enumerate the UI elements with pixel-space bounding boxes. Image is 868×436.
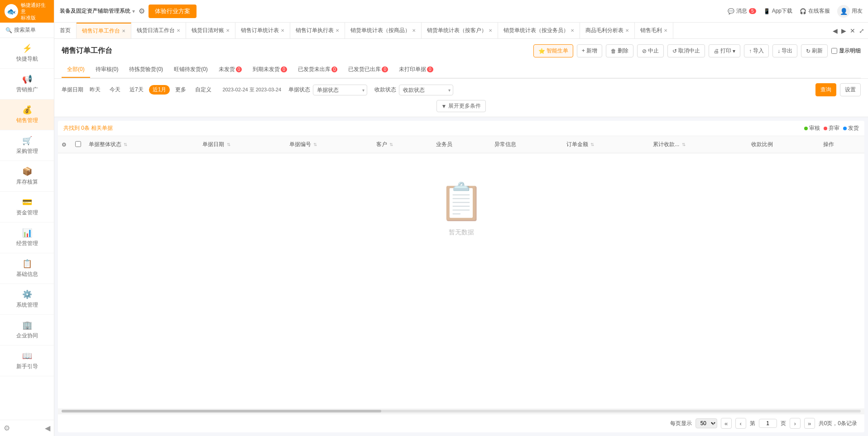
tab-close-goods-margin[interactable]: ✕ [625,28,629,33]
batch-audit-button[interactable]: 审核 [804,124,820,132]
tab-close-goods-stats-product[interactable]: ✕ [412,28,416,33]
tab-close-sales-workbench[interactable]: ✕ [122,28,125,33]
tab-sales-workbench[interactable]: 销售订单工作台 ✕ [77,23,131,39]
prev-page-button[interactable]: ‹ [735,418,746,429]
sort-customer-icon[interactable]: ⇅ [389,142,393,147]
tab-close-goods-stats-staff[interactable]: ✕ [571,28,574,33]
sub-tab-pending-inspect[interactable]: 待拣货验货(0) [124,62,168,78]
tab-close-sales-stats[interactable]: ✕ [281,28,284,33]
sidebar-item-system[interactable]: ⚙️ 系统管理 [0,284,54,315]
export-button[interactable]: ↓ 导出 [772,44,797,57]
sidebar-item-finance[interactable]: 💳 资金管理 [0,192,54,223]
tab-sales-exec[interactable]: 销售订单执行表 ✕ [290,23,345,39]
next-page-button[interactable]: › [790,418,801,429]
sidebar-item-operations[interactable]: 📊 经营管理 [0,223,54,253]
sidebar-item-marketing[interactable]: 📢 营销推广 [0,69,54,100]
first-page-button[interactable]: « [721,418,732,429]
tab-goods-stats-product[interactable]: 销货单统计表（按商品） ✕ [345,23,422,39]
sub-tab-expired-not-shipped[interactable]: 到期未发货0 [247,62,293,78]
tab-sales-more[interactable]: 销售毛利 ✕ [635,23,673,39]
sub-tab-pending-audit[interactable]: 待审核(0) [90,62,124,78]
sidebar-search[interactable]: 🔍 搜索菜单 [0,23,54,38]
sort-amount-icon[interactable]: ⇅ [590,142,594,147]
app-download-button[interactable]: 📱 App下载 [763,7,792,15]
tab-goods-stats-staff[interactable]: 销货单统计表（按业务员） ✕ [498,23,580,39]
sidebar-collapse-icon[interactable]: ◀ [45,424,50,432]
message-button[interactable]: 💬 消息 5 [728,7,756,15]
pagination-bar: 每页显示 50 « ‹ 第 页 › » 共0页，0条记录 [58,414,864,432]
sidebar-item-sales[interactable]: 💰 销售管理 [0,100,54,130]
topbar-settings-icon[interactable]: ⚙ [139,7,145,15]
page-number-input[interactable] [759,419,777,428]
industry-solution-button[interactable]: 体验行业方案 [149,5,197,18]
tab-close-all-button[interactable]: ✕ [850,27,855,34]
tab-cash-reconcile[interactable]: 钱货日清对账 ✕ [186,23,235,39]
sub-tab-all[interactable]: 全部(0) [62,62,90,78]
sidebar-item-enterprise[interactable]: 🏢 企业协同 [0,315,54,346]
sort-number-icon[interactable]: ⇅ [313,142,317,147]
status-select[interactable]: 单据状态 [313,85,367,95]
sidebar-item-inventory[interactable]: 📦 库存核算 [0,161,54,192]
page-size-select[interactable]: 50 [695,418,717,428]
sidebar-settings-icon[interactable]: ⚙ [4,424,10,432]
tab-home[interactable]: 首页 [54,23,77,39]
cancel-stop-button[interactable]: ↺ 取消中止 [667,44,705,57]
expand-filter-button[interactable]: ▼ 展开更多条件 [436,100,486,112]
table-scroll-wrapper[interactable]: ⚙ 单据整体状态 ⇅ 单据日期 ⇅ [58,136,864,408]
payment-select[interactable]: 收款状态 [399,85,453,95]
batch-anti-audit-button[interactable]: 弃审 [824,124,839,132]
tab-goods-stats-customer[interactable]: 销货单统计表（按客户） ✕ [422,23,498,39]
date-pill-1month[interactable]: 近1月 [149,85,170,95]
date-pill-yesterday[interactable]: 昨天 [86,85,104,95]
sub-tab-shipped-not-out[interactable]: 已发货未出库0 [293,62,343,78]
import-button[interactable]: ↑ 导入 [744,44,769,57]
tab-expand-button[interactable]: ⤢ [859,27,864,34]
sub-tab-not-shipped[interactable]: 未发货0 [213,62,248,78]
tab-close-sales-more[interactable]: ✕ [664,28,667,33]
show-detail-checkbox-label[interactable]: 显示明细 [831,47,861,55]
user-menu[interactable]: 👤 用友 [837,5,863,18]
date-pill-more[interactable]: 更多 [172,85,190,95]
tab-close-sales-exec[interactable]: ✕ [336,28,339,33]
add-button[interactable]: + 新增 [577,44,602,57]
sidebar-item-guide[interactable]: 📖 新手引导 [0,346,54,376]
tab-prev-button[interactable]: ◀ [833,27,838,34]
online-service-button[interactable]: 🎧 在线客服 [800,7,830,15]
sub-tab-shipped-out[interactable]: 已发货已出库0 [343,62,393,78]
print-button[interactable]: 🖨 打印 ▾ [709,44,740,57]
col-staff: 业务员 [432,136,491,153]
sidebar-item-quick-nav[interactable]: ⚡ 快捷导航 [0,38,54,69]
sort-collected-icon[interactable]: ⇅ [682,142,686,147]
date-pill-today[interactable]: 今天 [106,85,124,95]
stop-button[interactable]: ⊘ 中止 [637,44,664,57]
sort-status-icon[interactable]: ⇅ [124,142,127,147]
tab-close-goods-stats-customer[interactable]: ✕ [489,28,492,33]
date-pill-7days[interactable]: 近7天 [126,85,147,95]
table-checkbox-header[interactable] [72,136,85,153]
date-pill-custom[interactable]: 自定义 [192,85,215,95]
tab-close-cash-reconcile[interactable]: ✕ [226,28,230,33]
sub-tab-wangpu-pending[interactable]: 旺铺待发货(0) [168,62,213,78]
tab-cash-daily[interactable]: 钱货日清工作台 ✕ [131,23,186,39]
sidebar-item-purchase[interactable]: 🛒 采购管理 [0,130,54,161]
scrollbar-thumb[interactable] [62,410,381,412]
tab-goods-margin[interactable]: 商品毛利分析表 ✕ [580,23,635,39]
tab-next-button[interactable]: ▶ [841,27,846,34]
smart-generate-button[interactable]: ⭐ 智能生单 [533,44,573,57]
last-page-button[interactable]: » [804,418,815,429]
system-title-dropdown[interactable]: 装备及固定资产辅助管理系统 ▾ [60,7,135,15]
tab-sales-stats[interactable]: 销售订单统计表 ✕ [235,23,290,39]
table-settings-header[interactable]: ⚙ [58,136,72,153]
batch-ship-button[interactable]: 发货 [843,124,859,132]
delete-button[interactable]: 🗑 删除 [606,44,633,57]
query-button[interactable]: 查询 [815,83,836,96]
sort-date-icon[interactable]: ⇅ [227,142,230,147]
show-detail-checkbox[interactable] [831,48,837,54]
sub-tab-not-printed[interactable]: 未打印单据0 [393,62,439,78]
refresh-button[interactable]: ↻ 刷新 [801,44,828,57]
select-all-checkbox[interactable] [75,141,81,147]
sidebar-item-basic-info[interactable]: 📋 基础信息 [0,253,54,284]
horizontal-scrollbar[interactable] [58,408,864,414]
tab-close-cash-daily[interactable]: ✕ [177,28,180,33]
filter-settings-button[interactable]: 设置 [840,83,861,96]
